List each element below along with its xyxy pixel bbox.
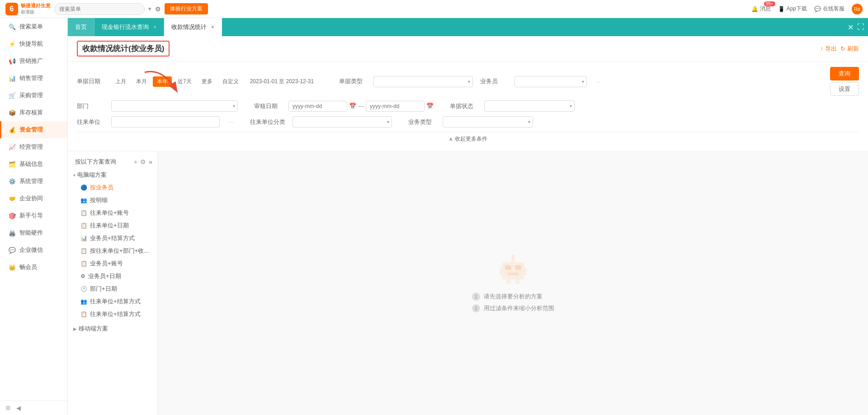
salesperson-more-icon[interactable]: ··· — [596, 78, 601, 85]
left-panel-header: 按以下方案查询 + ⚙ « — [68, 155, 158, 169]
scheme-item-salesperson-date[interactable]: ⚙ 业务员+日期 — [68, 270, 158, 283]
add-scheme-btn[interactable]: + — [134, 158, 137, 165]
sidebar-item-collab[interactable]: 🤝 企业协同 — [0, 190, 67, 207]
collapse-filter-btn[interactable]: ∧ 收起更多条件 — [77, 132, 859, 146]
sidebar-item-basic[interactable]: 🗂️ 基础信息 — [0, 156, 67, 173]
counterparty-more-icon[interactable]: ··· — [229, 118, 234, 125]
date-btn-7days[interactable]: 近7天 — [174, 76, 196, 87]
svg-rect-6 — [500, 268, 502, 275]
sidebar-item-purchase[interactable]: 🛒 采购管理 — [0, 87, 67, 104]
counterparty-select-wrapper — [111, 116, 220, 127]
tab-bank-flow[interactable]: 现金银行流水查询 × — [94, 18, 164, 36]
date-separator: — — [358, 103, 364, 109]
settings-button[interactable]: 设置 — [830, 82, 859, 96]
content-area: 按以下方案查询 + ⚙ « ▾ 电脑端方案 🔵 按业务员 — [68, 151, 868, 415]
top-search-input[interactable] — [54, 3, 145, 15]
step-num-1: 1 — [472, 292, 480, 301]
date-btn-more[interactable]: 更多 — [198, 76, 217, 87]
scheme-item-detail[interactable]: 👥 按明细 — [68, 194, 158, 207]
scheme-label-unit-account: 往来单位+账号 — [90, 209, 129, 217]
scheme-item-salesperson-settlement[interactable]: 📊 业务员+结算方式 — [68, 232, 158, 245]
manage-scheme-btn[interactable]: ⚙ — [140, 158, 146, 165]
collapse-panel-btn[interactable]: « — [149, 158, 152, 165]
maximize-window-icon[interactable]: ⛶ — [857, 23, 864, 31]
close-window-icon[interactable]: ✕ — [848, 23, 854, 32]
tab-collection-stats[interactable]: 收款情况统计 × — [164, 18, 222, 36]
export-button[interactable]: ↑ 导出 — [821, 45, 837, 53]
scheme-item-unit-settlement1[interactable]: 👥 往来单位+结算方式 — [68, 295, 158, 308]
bank-flow-tab-label: 现金银行流水查询 — [102, 23, 149, 31]
sidebar-item-wechat[interactable]: 💬 企业微信 — [0, 241, 67, 259]
export-icon: ↑ — [821, 45, 824, 52]
sidebar-settings-icon[interactable]: ⚙ — [5, 405, 11, 411]
sidebar-item-inventory[interactable]: 📦 库存核算 — [0, 104, 67, 121]
unit-settlement2-icon: 📋 — [80, 311, 87, 317]
refresh-button[interactable]: ↻ 刷新 — [840, 45, 859, 53]
pc-section-header[interactable]: ▾ 电脑端方案 — [68, 169, 158, 181]
page-actions: ↑ 导出 ↻ 刷新 — [821, 45, 859, 53]
salesperson-select[interactable] — [514, 76, 587, 87]
svg-rect-2 — [515, 265, 521, 270]
scheme-item-unit-dept[interactable]: 📋 按往来单位+部门+收... — [68, 245, 158, 257]
counterparty-label: 往来单位 — [77, 118, 104, 126]
review-date-from[interactable] — [288, 101, 347, 112]
dept-label: 部门 — [77, 102, 104, 110]
date-btn-custom[interactable]: 自定义 — [218, 76, 243, 87]
scheme-item-salesperson[interactable]: 🔵 按业务员 — [68, 181, 158, 194]
scheme-item-salesperson-account[interactable]: 📋 业务员+账号 — [68, 257, 158, 270]
bank-flow-tab-close[interactable]: × — [153, 24, 156, 30]
sidebar-item-guide[interactable]: 🎯 新手引导 — [0, 207, 67, 224]
app-logo: 6 畅捷通好生意 标准版 — [5, 2, 51, 15]
biz-type-select[interactable] — [443, 116, 533, 127]
date-btn-this-month[interactable]: 本月 — [132, 76, 151, 87]
sidebar-item-operations[interactable]: 📈 经营管理 — [0, 138, 67, 156]
review-date-group: 📅 — 📅 — [288, 101, 434, 112]
date-btn-this-year[interactable]: 本年 — [153, 76, 172, 87]
query-button[interactable]: 查询 — [830, 67, 859, 80]
user-avatar[interactable]: Rit — [852, 4, 863, 14]
mobile-section-header[interactable]: ▶ 移动端方案 — [68, 322, 158, 335]
scheme-item-unit-account[interactable]: 📋 往来单位+账号 — [68, 207, 158, 219]
bill-status-select[interactable] — [484, 100, 575, 112]
sidebar-collapse-icon[interactable]: ◀ — [16, 405, 21, 411]
bill-type-select[interactable] — [373, 76, 473, 87]
trial-button[interactable]: 体验行业方案 — [165, 3, 208, 14]
settings-icon[interactable]: ⚙ — [155, 5, 161, 13]
sidebar-item-hardware[interactable]: 🖨️ 智能硬件 — [0, 224, 67, 241]
svg-rect-4 — [511, 258, 515, 262]
sidebar-item-marketing[interactable]: 📢 营销推广 — [0, 52, 67, 70]
mobile-chevron-icon: ▶ — [73, 326, 77, 331]
dept-select[interactable] — [111, 100, 238, 112]
sidebar-item-system[interactable]: ⚙️ 系统管理 — [0, 173, 67, 190]
detail-scheme-icon: 👥 — [80, 197, 87, 203]
app-edition: 标准版 — [21, 9, 51, 15]
dropdown-arrow-icon[interactable]: ▾ — [148, 5, 151, 12]
empty-state: 1 请先选择要分析的方案 2 用过滤条件来缩小分析范围 — [472, 251, 554, 316]
scheme-label-unit-settlement1: 往来单位+结算方式 — [90, 297, 141, 306]
counterparty-class-select[interactable] — [292, 116, 392, 127]
counterparty-select[interactable] — [111, 116, 220, 127]
date-btn-last-month[interactable]: 上月 — [111, 76, 130, 87]
app-download-btn[interactable]: 📱 App下载 — [778, 5, 807, 13]
filter-row-date: 单据日期 上月 本月 本年 近7天 更多 自定义 2023-01-01 至 20… — [77, 67, 859, 96]
tab-home[interactable]: 首页 — [68, 18, 94, 36]
sidebar-item-search[interactable]: 🔍 搜索菜单 — [0, 18, 67, 35]
chevron-down-icon: ▾ — [73, 173, 75, 178]
review-date-to[interactable] — [366, 101, 425, 112]
collection-stats-tab-close[interactable]: × — [211, 24, 214, 30]
empty-step-1: 1 请先选择要分析的方案 — [472, 292, 554, 301]
scheme-item-unit-settlement2[interactable]: 📋 往来单位+结算方式 — [68, 308, 158, 321]
svg-rect-0 — [502, 262, 524, 279]
app-download-label: App下载 — [787, 5, 807, 13]
sidebar-label-finance: 资金管理 — [19, 126, 43, 134]
message-btn[interactable]: 🔔 消息 99+ — [751, 5, 771, 13]
scheme-item-dept-date[interactable]: 🕐 部门+日期 — [68, 283, 158, 295]
sidebar-label-system: 系统管理 — [19, 177, 43, 185]
sidebar-label-collab: 企业协同 — [19, 194, 43, 203]
scheme-item-unit-date[interactable]: 📋 往来单位+日期 — [68, 219, 158, 232]
sidebar-item-finance[interactable]: 💰 资金管理 — [0, 121, 67, 138]
sidebar-item-quicknav[interactable]: ⚡ 快捷导航 — [0, 35, 67, 52]
sidebar-item-member[interactable]: 👑 畅会员 — [0, 259, 67, 276]
online-service-btn[interactable]: 💬 在线客服 — [814, 5, 844, 13]
sidebar-item-sales[interactable]: 📊 销售管理 — [0, 70, 67, 87]
